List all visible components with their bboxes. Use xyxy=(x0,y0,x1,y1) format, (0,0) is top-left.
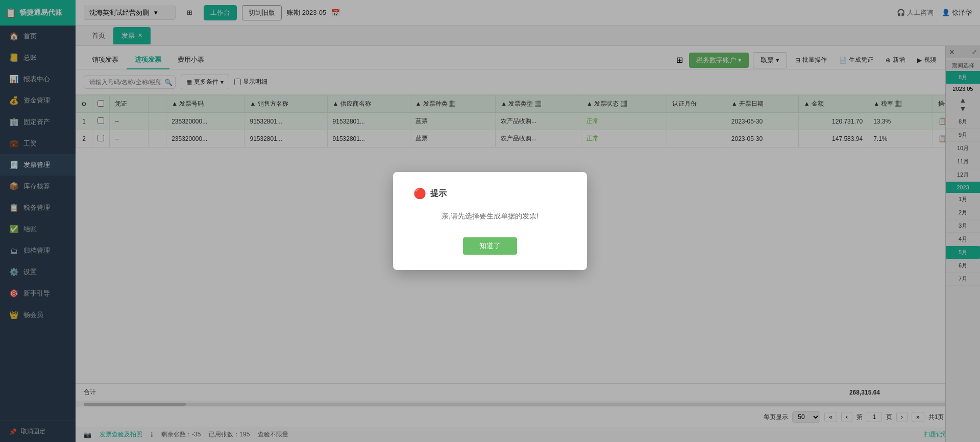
dialog-message: 亲,请先选择要生成单据的发票! xyxy=(442,212,538,221)
alert-dialog: 🔴 提示 亲,请先选择要生成单据的发票! 知道了 xyxy=(393,172,587,270)
dialog-ok-button[interactable]: 知道了 xyxy=(463,237,517,255)
modal-overlay: 🔴 提示 亲,请先选择要生成单据的发票! 知道了 xyxy=(0,0,980,442)
dialog-title: 🔴 提示 xyxy=(413,187,447,200)
warning-icon: 🔴 xyxy=(413,187,426,200)
